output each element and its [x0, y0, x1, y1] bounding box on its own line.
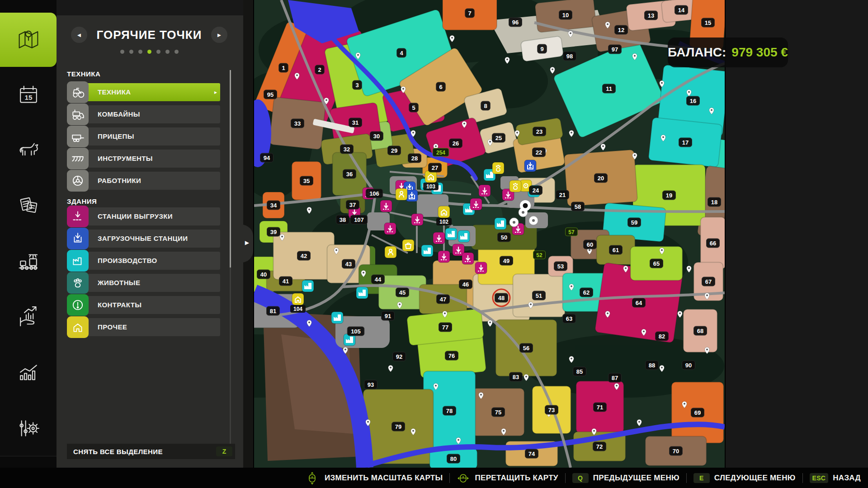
svg-text:58: 58 — [575, 203, 581, 210]
field-number-badge-73: 73 — [545, 405, 558, 414]
map-icon-prod[interactable] — [495, 218, 506, 230]
field-number-badge-98: 98 — [563, 52, 576, 61]
sidebar-item-statistics[interactable] — [0, 345, 57, 401]
hotkey-bar: ИЗМЕНИТЬ МАСШТАБ КАРТЫПЕРЕТАЩИТЬ КАРТУQП… — [0, 468, 868, 488]
svg-text:77: 77 — [442, 324, 448, 331]
map-canvas[interactable]: 1234567825910969798111213141516171819202… — [254, 0, 725, 468]
map-icon-misc-house[interactable] — [425, 171, 437, 183]
map-icon-anim[interactable] — [509, 180, 521, 192]
field-number-badge-35: 35 — [300, 176, 313, 185]
map-icon-wdot[interactable] — [520, 200, 531, 211]
map-icon-load[interactable] — [406, 190, 418, 202]
field-number-badge-42: 42 — [297, 251, 311, 260]
sidebar-item-production[interactable] — [0, 234, 57, 290]
svg-text:44: 44 — [375, 276, 382, 283]
balance-display: БАЛАНС: 979 305 € — [668, 38, 788, 67]
map-icon-unload[interactable] — [438, 251, 450, 263]
next-page-button[interactable]: ► — [211, 27, 227, 43]
svg-text:93: 93 — [368, 381, 374, 388]
sidebar-item-contracts-docs[interactable] — [0, 178, 57, 234]
filter-item-unload-station[interactable]: СТАНЦИИ ВЫГРУЗКИ▸ — [67, 206, 220, 227]
map-icon-unload[interactable] — [384, 223, 396, 235]
svg-text:68: 68 — [697, 328, 703, 334]
svg-text:9: 9 — [540, 46, 543, 52]
field-number-badge-36: 36 — [343, 169, 356, 178]
field-number-badge-11: 11 — [603, 84, 616, 93]
field-number-badge-20: 20 — [594, 174, 608, 183]
field-number-badge-24: 24 — [529, 186, 542, 195]
svg-text:29: 29 — [391, 147, 397, 154]
map-icon-unload[interactable] — [411, 214, 423, 225]
map-icon-anim[interactable] — [492, 162, 504, 174]
svg-text:46: 46 — [462, 281, 469, 288]
filter-item-implement[interactable]: ИНСТРУМЕНТЫ▸ — [67, 148, 220, 169]
sidebar-item-calendar[interactable]: 15 — [0, 67, 57, 123]
map-icon-misc-house[interactable] — [292, 293, 304, 305]
field-number-badge-47: 47 — [437, 295, 450, 304]
svg-text:103: 103 — [426, 183, 435, 190]
sidebar-item-finance[interactable] — [0, 289, 57, 345]
svg-text:82: 82 — [659, 333, 665, 340]
field-number-badge-5: 5 — [409, 103, 419, 112]
map-icon-unload[interactable] — [380, 200, 392, 212]
svg-text:98: 98 — [566, 53, 573, 60]
map-icon-misc-person[interactable] — [385, 246, 396, 258]
filter-item-trailer[interactable]: ПРИЦЕПЫ▸ — [67, 126, 220, 147]
filter-item-harvester[interactable]: КОМБАЙНЫ▸ — [67, 103, 220, 125]
calendar-icon: 15 — [16, 82, 41, 108]
sidebar-item-map[interactable] — [0, 13, 57, 67]
svg-text:105: 105 — [351, 328, 361, 335]
panel-collapse-tab[interactable]: ▶ — [238, 225, 253, 263]
map-icon-wcircle[interactable] — [509, 218, 519, 227]
field-number-badge-77: 77 — [439, 323, 452, 332]
map-icon-unload[interactable] — [479, 185, 491, 197]
filter-item-contract[interactable]: КОНТРАКТЫ▸ — [67, 294, 220, 316]
svg-text:91: 91 — [385, 313, 391, 319]
map-icon-wcircle[interactable] — [529, 216, 538, 225]
filter-item-tractor[interactable]: ТЕХНИКА▸ — [67, 81, 220, 103]
map-icon-prod[interactable] — [331, 312, 343, 324]
field-number-badge-4: 4 — [397, 48, 406, 57]
filter-item-label: ЖИВОТНЫЕ — [98, 272, 140, 294]
field-number-badge-41: 41 — [279, 277, 292, 286]
map-icon-prod[interactable] — [458, 230, 470, 242]
map-icon-prod[interactable] — [421, 245, 433, 257]
field-number-badge-22: 22 — [533, 148, 546, 157]
filter-item-factory[interactable]: ПРОИЗВОДСТВО▸ — [67, 250, 220, 272]
map-icon-unload[interactable] — [470, 198, 482, 210]
sidebar-item-animals[interactable] — [0, 122, 57, 178]
poi-number-badge-104: 104 — [290, 305, 306, 313]
svg-text:67: 67 — [705, 278, 712, 285]
field-number-badge-69: 69 — [691, 408, 704, 417]
field-number-badge-12: 12 — [615, 25, 628, 34]
map-icon-misc-person[interactable] — [396, 188, 407, 200]
map-icon-misc-house[interactable] — [438, 206, 450, 218]
menu-scrollbar-thumb[interactable] — [230, 70, 231, 267]
map-icon-prod[interactable] — [445, 228, 457, 240]
deselect-all-button[interactable]: СНЯТЬ ВСЕ ВЫДЕЛЕНИЕ Z — [67, 444, 235, 459]
filter-item-load-station[interactable]: ЗАГРУЗОЧНЫЕ СТАНЦИИ▸ — [67, 228, 220, 249]
field-number-badge-94: 94 — [260, 153, 274, 162]
map-icon-prod[interactable] — [356, 287, 368, 299]
field-number-badge-60: 60 — [584, 240, 597, 249]
map-icon-load[interactable] — [524, 160, 536, 172]
filter-item-house[interactable]: ПРОЧЕЕ▸ — [67, 316, 220, 338]
filter-item-steering-wheel[interactable]: РАБОТНИКИ▸ — [67, 170, 220, 192]
map-icon-unload[interactable] — [475, 262, 487, 274]
svg-text:13: 13 — [648, 12, 654, 19]
map-icon-misc-basket[interactable] — [402, 239, 414, 251]
field-number-badge-83: 83 — [509, 372, 523, 381]
map-icon-unload[interactable] — [433, 232, 445, 244]
prev-page-button[interactable]: ◄ — [71, 27, 87, 43]
field-number-badge-49: 49 — [500, 256, 513, 265]
svg-text:3: 3 — [355, 82, 359, 89]
map-icon-prod[interactable] — [302, 280, 314, 292]
balance-value: 979 305 € — [731, 45, 788, 60]
filter-item-paw[interactable]: ЖИВОТНЫЕ▸ — [67, 272, 220, 294]
world-map[interactable]: 1234567825910969798111213141516171819202… — [254, 0, 725, 468]
map-icon-unload[interactable] — [462, 253, 474, 264]
tractor-icon — [67, 81, 89, 103]
field-number-badge-53: 53 — [554, 262, 567, 271]
field-number-badge-51: 51 — [533, 291, 546, 300]
sidebar-item-settings[interactable] — [0, 400, 57, 456]
